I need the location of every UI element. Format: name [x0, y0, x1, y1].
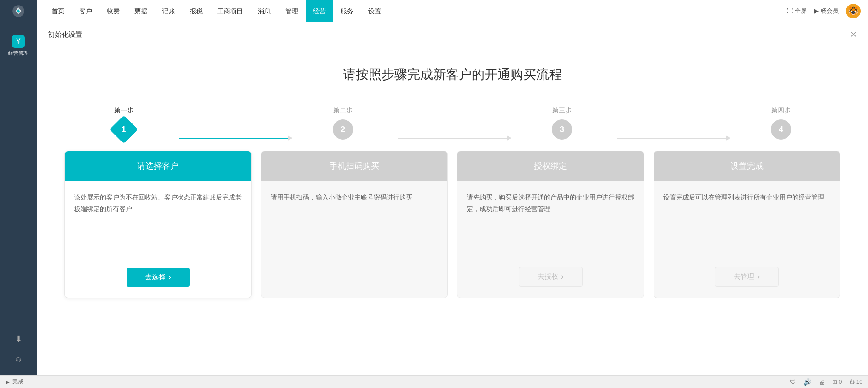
step2-number: 2	[341, 125, 345, 135]
nav-business[interactable]: 工商项目	[210, 0, 250, 22]
goto-auth-button[interactable]: 去授权 ›	[519, 267, 583, 287]
card2-text: 请用手机扫码，输入小微企业主账号密码进行购买	[271, 194, 412, 201]
sidebar-item-operation[interactable]: ¥ 经营管理	[5, 29, 32, 62]
card4-header: 设置完成	[654, 151, 840, 181]
step-card-2: 手机扫码购买 请用手机扫码，输入小微企业主账号密码进行购买	[261, 151, 448, 298]
nav-fee[interactable]: 收费	[99, 0, 127, 22]
step3-number: 3	[560, 125, 564, 135]
operation-icon: ¥	[12, 35, 25, 48]
card1-title: 请选择客户	[137, 161, 179, 170]
main-content: 初始化设置 ✕ 请按照步骤完成新客户的开通购买流程 第一步 1 ▶ 第二步 2	[37, 22, 868, 375]
vip-btn[interactable]: ▶ 畅会员	[814, 7, 839, 15]
card4-footer: 去管理 ›	[654, 259, 840, 298]
sidebar-bottom: ⬇ ☺	[10, 331, 27, 368]
fullscreen-icon: ⛶	[787, 7, 793, 14]
step-4: 第四步 4	[726, 106, 836, 140]
goto-manage-arrow: ›	[757, 272, 760, 282]
step4-label: 第四步	[771, 106, 791, 115]
goto-select-label: 去选择	[145, 273, 166, 282]
card4-body: 设置完成后可以在管理列表进行所有企业用户的经营管理	[654, 181, 840, 259]
play-icon: ▶	[6, 379, 10, 385]
goto-manage-button[interactable]: 去管理 ›	[715, 267, 779, 287]
card1-text: 该处展示的客户为不在回收站、客户状态正常建账后完成老板端绑定的所有客户	[74, 194, 242, 212]
step-2: 第二步 2	[288, 106, 398, 140]
step-card-3: 授权绑定 请先购买，购买后选择开通的产品中的企业用户进行授权绑定，成功后即可进行…	[457, 151, 644, 298]
card2-header: 手机扫码购买	[261, 151, 448, 181]
step1-diamond: 1	[110, 115, 138, 144]
card3-title: 授权绑定	[534, 161, 567, 170]
step-card-1: 请选择客户 该处展示的客户为不在回收站、客户状态正常建账后完成老板端绑定的所有客…	[64, 151, 252, 298]
card1-header: 请选择客户	[65, 151, 251, 181]
page-title: 初始化设置	[48, 30, 82, 39]
top-nav: 首页 客户 收费 票据 记账 报税 工商项目 消息 管理 经营 服务 设置 ⛶ …	[37, 0, 868, 22]
user-avatar[interactable]: 🐯	[846, 4, 861, 18]
nav-manage[interactable]: 管理	[278, 0, 306, 22]
step1-label: 第一步	[114, 106, 133, 115]
shield-status-icon[interactable]: 🛡	[790, 378, 796, 386]
step-1: 第一步 1	[69, 106, 179, 140]
card4-text: 设置完成后可以在管理列表进行所有企业用户的经营管理	[663, 194, 824, 201]
status-bar: ▶ 完成 🛡 🔊 🖨 ⊞ 0 ⏻ 10	[0, 375, 868, 388]
nav-settings[interactable]: 设置	[361, 0, 388, 22]
nav-customer[interactable]: 客户	[72, 0, 99, 22]
card4-title: 设置完成	[730, 161, 764, 170]
card3-body: 请先购买，购买后选择开通的产品中的企业用户进行授权绑定，成功后即可进行经营管理	[457, 181, 644, 259]
setup-content: 请按照步骤完成新客户的开通购买流程 第一步 1 ▶ 第二步 2	[37, 47, 868, 317]
nav-message[interactable]: 消息	[250, 0, 278, 22]
step4-number: 4	[779, 125, 783, 135]
step2-circle: 2	[333, 119, 353, 140]
setup-title: 请按照步骤完成新客户的开通购买流程	[64, 66, 840, 83]
card2-title: 手机扫码购买	[330, 161, 379, 170]
nav-tax[interactable]: 报税	[182, 0, 210, 22]
step2-label: 第二步	[333, 106, 353, 115]
download-icon[interactable]: ⬇	[10, 331, 27, 347]
support-icon[interactable]: ☺	[10, 351, 27, 368]
card3-text: 请先购买，购买后选择开通的产品中的企业用户进行授权绑定，成功后即可进行经营管理	[467, 194, 634, 212]
print-status-icon[interactable]: 🖨	[819, 378, 825, 386]
nav-service[interactable]: 服务	[333, 0, 361, 22]
goto-select-arrow: ›	[168, 272, 171, 282]
goto-manage-label: 去管理	[734, 272, 754, 281]
arrow-1: ▶	[179, 138, 288, 139]
grid-status-icon[interactable]: ⊞ 0	[833, 379, 842, 385]
status-label: 完成	[12, 378, 23, 386]
goto-auth-label: 去授权	[538, 272, 558, 281]
page-header: 初始化设置 ✕	[37, 22, 868, 47]
card3-header: 授权绑定	[457, 151, 644, 181]
arrow-2: ▶	[398, 138, 507, 139]
card1-body: 该处展示的客户为不在回收站、客户状态正常建账后完成老板端绑定的所有客户	[65, 181, 251, 260]
status-bar-right: 🛡 🔊 🖨 ⊞ 0 ⏻ 10	[790, 378, 862, 386]
vip-label: 畅会员	[821, 7, 839, 15]
vip-icon: ▶	[814, 7, 819, 14]
step1-number: 1	[122, 124, 126, 134]
step4-circle: 4	[771, 119, 791, 140]
card2-footer	[261, 279, 448, 298]
power-status-icon[interactable]: ⏻ 10	[849, 379, 862, 385]
nav-accounting[interactable]: 记账	[155, 0, 182, 22]
fullscreen-btn[interactable]: ⛶ 全屏	[787, 7, 807, 15]
step-3: 第三步 3	[507, 106, 617, 140]
nav-right: ⛶ 全屏 ▶ 畅会员 🐯	[787, 4, 861, 18]
card1-footer: 去选择 ›	[65, 260, 251, 298]
goto-auth-arrow: ›	[561, 272, 564, 282]
fullscreen-label: 全屏	[795, 7, 807, 15]
nav-operation[interactable]: 经营	[306, 0, 333, 22]
step-card-4: 设置完成 设置完成后可以在管理列表进行所有企业用户的经营管理 去管理 ›	[654, 151, 841, 298]
logo	[0, 0, 37, 22]
arrow-3: ▶	[617, 138, 726, 139]
step3-label: 第三步	[552, 106, 572, 115]
close-button[interactable]: ✕	[850, 29, 857, 40]
cards-container: 请选择客户 该处展示的客户为不在回收站、客户状态正常建账后完成老板端绑定的所有客…	[64, 151, 840, 298]
goto-select-button[interactable]: 去选择 ›	[127, 268, 190, 287]
sidebar: ¥ 经营管理 ⬇ ☺	[0, 22, 37, 375]
step3-circle: 3	[552, 119, 572, 140]
nav-home[interactable]: 首页	[44, 0, 72, 22]
sidebar-item-label: 经营管理	[8, 50, 29, 57]
volume-status-icon[interactable]: 🔊	[804, 378, 811, 386]
card2-body: 请用手机扫码，输入小微企业主账号密码进行购买	[261, 181, 448, 279]
card3-footer: 去授权 ›	[457, 259, 644, 298]
nav-invoice[interactable]: 票据	[127, 0, 155, 22]
